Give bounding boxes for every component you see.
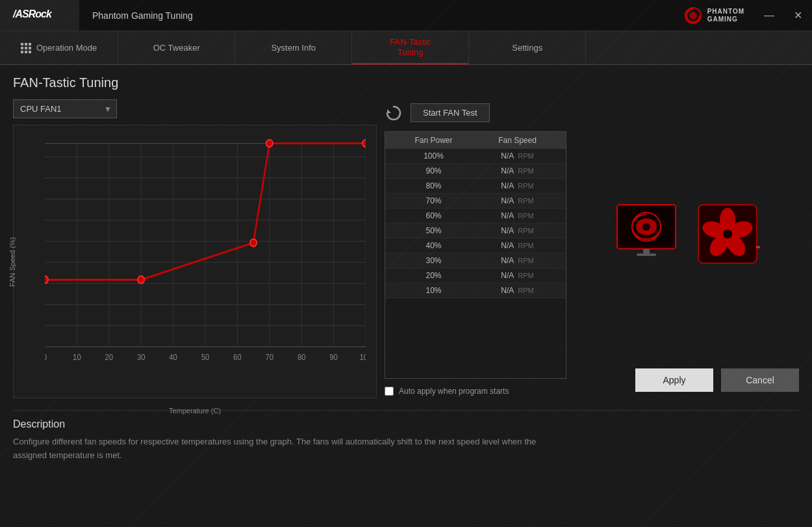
svg-rect-58 bbox=[637, 253, 656, 256]
fan-speed-cell: N/A RPM bbox=[476, 271, 559, 280]
fan-table-body: 100% N/A RPM 90% N/A RPM 80% N/A RPM 70%… bbox=[385, 149, 566, 298]
page-title: FAN-Tastic Tuning bbox=[13, 75, 799, 90]
description-title: Description bbox=[13, 418, 799, 430]
svg-marker-52 bbox=[387, 109, 391, 113]
auto-apply-row: Auto apply when program starts bbox=[385, 384, 566, 398]
grid-icon bbox=[21, 43, 31, 53]
svg-point-56 bbox=[642, 223, 650, 231]
navbar: Operation Mode OC Tweaker System Info FA… bbox=[0, 31, 812, 65]
fan-speed-cell: N/A RPM bbox=[476, 286, 559, 295]
fan-power-header: Fan Power bbox=[392, 136, 476, 145]
content-area: CPU FAN1 CPU FAN2 CHA FAN1 CHA FAN2 ▼ bbox=[13, 99, 799, 398]
tab-system-info[interactable]: System Info bbox=[235, 31, 352, 64]
fan-dropdown-wrapper[interactable]: CPU FAN1 CPU FAN2 CHA FAN1 CHA FAN2 ▼ bbox=[13, 99, 117, 118]
fan-chart-svg: 0 10 20 30 40 50 60 70 80 90 100 0 10 20… bbox=[45, 136, 366, 377]
svg-point-65 bbox=[722, 229, 733, 239]
fan-power-cell: 20% bbox=[392, 271, 476, 280]
svg-text:/ASRock: /ASRock bbox=[12, 8, 53, 19]
tab-operation-mode-label: Operation Mode bbox=[36, 43, 97, 53]
fan-table-row: 30% N/A RPM bbox=[385, 253, 566, 268]
app-title: Phantom Gaming Tuning bbox=[79, 10, 674, 21]
fan-icon bbox=[695, 201, 760, 266]
asrock-logo-area: /ASRock bbox=[0, 0, 79, 31]
svg-text:70: 70 bbox=[266, 353, 274, 363]
fan-chart-container: 0 10 20 30 40 50 60 70 80 90 100 0 10 20… bbox=[13, 125, 377, 398]
action-buttons: Apply Cancel bbox=[574, 362, 799, 392]
tab-oc-tweaker-label: OC Tweaker bbox=[153, 43, 200, 53]
refresh-icon bbox=[385, 104, 403, 122]
fan-table-row: 20% N/A RPM bbox=[385, 268, 566, 283]
phantom-gaming-logo: PHANTOMGAMING bbox=[674, 6, 755, 25]
fan-speed-cell: N/A RPM bbox=[476, 256, 559, 265]
fan-dropdown[interactable]: CPU FAN1 CPU FAN2 CHA FAN1 CHA FAN2 bbox=[13, 99, 117, 118]
fan-speed-cell: N/A RPM bbox=[476, 226, 559, 235]
tab-fan-tastic-label: FAN-TasticTuning bbox=[390, 37, 431, 57]
start-fan-test-button[interactable]: Start FAN Test bbox=[411, 103, 490, 122]
svg-point-51 bbox=[362, 140, 366, 148]
fan-table-row: 60% N/A RPM bbox=[385, 209, 566, 224]
phantom-gaming-text: PHANTOMGAMING bbox=[707, 8, 744, 23]
svg-text:30: 30 bbox=[137, 353, 146, 363]
fan-speed-cell: N/A RPM bbox=[476, 181, 559, 190]
tab-fan-tastic-tuning[interactable]: FAN-TasticTuning bbox=[352, 31, 469, 64]
svg-text:100: 100 bbox=[360, 353, 366, 363]
auto-apply-label: Auto apply when program starts bbox=[399, 387, 509, 396]
fan-speed-cell: N/A RPM bbox=[476, 241, 559, 250]
x-axis-label: Temperature (C) bbox=[169, 407, 221, 415]
svg-text:80: 80 bbox=[298, 353, 306, 363]
fan-power-cell: 80% bbox=[392, 181, 476, 190]
svg-point-50 bbox=[266, 140, 273, 148]
fan-table-section: Start FAN Test Fan Power Fan Speed 100% … bbox=[385, 99, 566, 398]
tab-oc-tweaker[interactable]: OC Tweaker bbox=[118, 31, 235, 64]
fan-speed-cell: N/A RPM bbox=[476, 166, 559, 175]
minimize-button[interactable]: — bbox=[755, 0, 783, 31]
svg-text:50: 50 bbox=[201, 353, 210, 363]
auto-apply-checkbox[interactable] bbox=[385, 387, 394, 396]
svg-point-49 bbox=[250, 239, 257, 247]
fan-power-cell: 90% bbox=[392, 166, 476, 175]
fan-table-row: 40% N/A RPM bbox=[385, 238, 566, 253]
graphic-section: Apply Cancel bbox=[574, 99, 799, 398]
asrock-logo: /ASRock bbox=[10, 5, 69, 26]
tab-system-info-label: System Info bbox=[271, 43, 316, 53]
svg-point-48 bbox=[138, 276, 144, 284]
fan-power-cell: 10% bbox=[392, 286, 476, 295]
close-button[interactable]: ✕ bbox=[783, 0, 812, 31]
svg-text:0: 0 bbox=[45, 353, 47, 363]
svg-text:20: 20 bbox=[105, 353, 114, 363]
fan-table-row: 80% N/A RPM bbox=[385, 179, 566, 194]
tab-operation-mode[interactable]: Operation Mode bbox=[0, 31, 118, 64]
main-content: FAN-Tastic Tuning CPU FAN1 CPU FAN2 CHA … bbox=[0, 65, 812, 527]
cancel-button[interactable]: Cancel bbox=[721, 368, 799, 392]
fan-speed-header: Fan Speed bbox=[476, 136, 559, 145]
svg-rect-57 bbox=[643, 249, 650, 254]
chart-section: CPU FAN1 CPU FAN2 CHA FAN1 CHA FAN2 ▼ bbox=[13, 99, 377, 398]
monitor-icon bbox=[614, 201, 689, 266]
description-text: Configure different fan speeds for respe… bbox=[13, 435, 572, 463]
window-controls: — ✕ bbox=[755, 0, 812, 31]
svg-text:60: 60 bbox=[233, 353, 242, 363]
svg-text:40: 40 bbox=[169, 353, 177, 363]
fan-power-cell: 40% bbox=[392, 241, 476, 250]
fan-graphic bbox=[574, 106, 799, 362]
fan-power-cell: 70% bbox=[392, 196, 476, 205]
svg-text:90: 90 bbox=[329, 353, 338, 363]
fan-table: Fan Power Fan Speed 100% N/A RPM 90% N/A… bbox=[385, 131, 566, 379]
fan-table-row: 100% N/A RPM bbox=[385, 149, 566, 164]
fan-table-row: 90% N/A RPM bbox=[385, 164, 566, 179]
tab-settings-label: Settings bbox=[512, 43, 542, 53]
fan-speed-cell: N/A RPM bbox=[476, 196, 559, 205]
fan-test-bar: Start FAN Test bbox=[385, 99, 566, 126]
titlebar: /ASRock Phantom Gaming Tuning PHANTOMGAM… bbox=[0, 0, 812, 31]
fan-table-row: 10% N/A RPM bbox=[385, 283, 566, 298]
fan-table-header: Fan Power Fan Speed bbox=[385, 132, 566, 149]
fan-selector: CPU FAN1 CPU FAN2 CHA FAN1 CHA FAN2 ▼ bbox=[13, 99, 377, 118]
svg-point-47 bbox=[45, 276, 48, 284]
fan-speed-cell: N/A RPM bbox=[476, 211, 559, 220]
fan-power-cell: 50% bbox=[392, 226, 476, 235]
fan-speed-cell: N/A RPM bbox=[476, 151, 559, 161]
fan-table-row: 50% N/A RPM bbox=[385, 224, 566, 238]
fan-power-cell: 30% bbox=[392, 256, 476, 265]
tab-settings[interactable]: Settings bbox=[469, 31, 586, 64]
apply-button[interactable]: Apply bbox=[635, 368, 713, 392]
